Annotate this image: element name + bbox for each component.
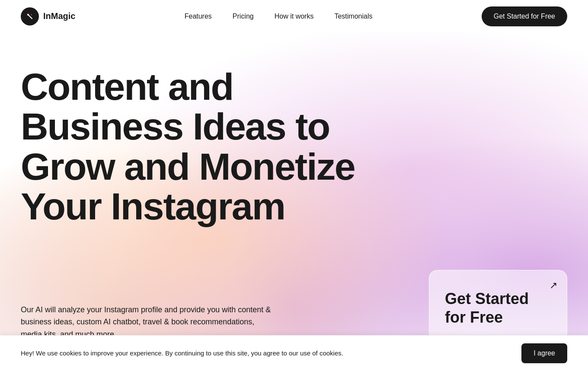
hero-cta-arrow-icon: ↗ xyxy=(550,280,557,291)
hero-cta-card[interactable]: ↗ Get Started for Free xyxy=(429,270,567,341)
hero-headline: Content and Business Ideas to Grow and M… xyxy=(21,67,397,227)
nav-testimonials[interactable]: Testimonials xyxy=(334,13,372,20)
hero-headline-text: Content and Business Ideas to Grow and M… xyxy=(21,65,355,228)
cookie-agree-button[interactable]: I agree xyxy=(521,343,567,363)
logo-text: InMagic xyxy=(43,11,75,21)
nav-how-it-works[interactable]: How it works xyxy=(275,13,314,20)
logo-icon xyxy=(21,7,39,25)
cookie-banner: Hey! We use cookies to improve your expe… xyxy=(0,335,588,371)
svg-point-3 xyxy=(31,14,32,15)
svg-point-2 xyxy=(27,14,29,16)
nav-cta-button[interactable]: Get Started for Free xyxy=(482,6,567,26)
hero-bottom: Our AI will analyze your Instagram profi… xyxy=(21,270,567,341)
hero-cta-line1: Get Started xyxy=(445,289,551,308)
nav-features[interactable]: Features xyxy=(185,13,212,20)
navbar: InMagic Features Pricing How it works Te… xyxy=(0,0,588,32)
logo[interactable]: InMagic xyxy=(21,7,75,25)
hero-cta-line2: for Free xyxy=(445,308,551,327)
hero-section: Content and Business Ideas to Grow and M… xyxy=(0,32,588,371)
hero-cta-card-text: Get Started for Free xyxy=(445,289,551,327)
nav-pricing[interactable]: Pricing xyxy=(233,13,254,20)
hero-content: Content and Business Ideas to Grow and M… xyxy=(21,67,567,341)
nav-links: Features Pricing How it works Testimonia… xyxy=(185,13,373,20)
cookie-message: Hey! We use cookies to improve your expe… xyxy=(21,349,343,358)
